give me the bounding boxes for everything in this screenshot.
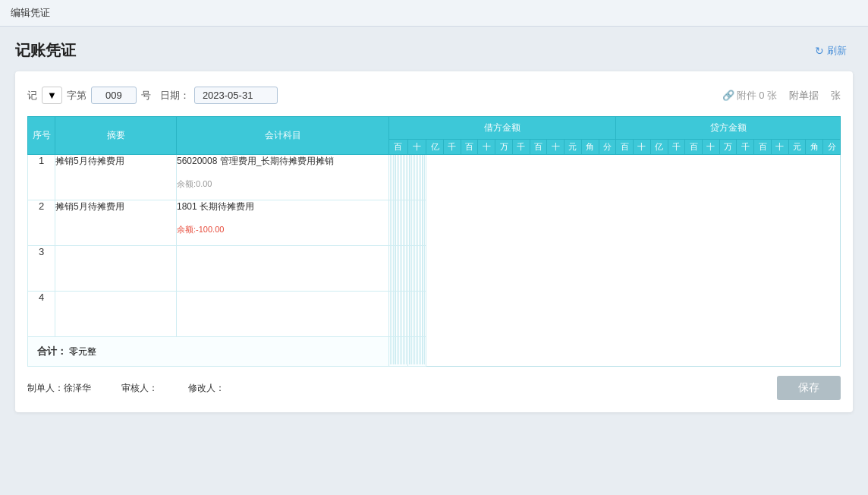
table-row: 1 摊销5月待摊费用 56020008 管理费用_长期待摊费用摊销 余额:0.0… [28, 155, 841, 200]
total-row: 合计： 零元整 [28, 337, 841, 367]
seq-cell: 2 [28, 200, 55, 246]
reviewer-label: 审核人： [121, 383, 158, 393]
refresh-button[interactable]: ↻ 刷新 [809, 41, 853, 61]
table-wrapper: 序号 摘要 会计科目 借方金额 贷方金额 百 十 [27, 116, 841, 367]
main-content: 记账凭证 ↻ 刷新 记 ▼ 字第 号 日期： 🔗 附件 0 张 [0, 27, 868, 494]
window-title-bar: 编辑凭证 [0, 0, 868, 27]
refresh-label: 刷新 [827, 44, 847, 58]
debit-amount-cell[interactable] [389, 200, 408, 246]
summary-cell[interactable] [55, 246, 177, 292]
table-body: 1 摊销5月待摊费用 56020008 管理费用_长期待摊费用摊销 余额:0.0… [28, 155, 841, 367]
table-row: 3 [28, 246, 841, 292]
table-row: 4 [28, 292, 841, 337]
form-row: 记 ▼ 字第 号 日期： 🔗 附件 0 张 附单据 张 [27, 87, 841, 104]
refresh-icon: ↻ [815, 45, 824, 57]
debit-amount-cell[interactable] [389, 292, 408, 337]
credit-d8: 千 [737, 140, 754, 155]
credit-amount-cell[interactable] [407, 155, 426, 200]
debit-d6: 十 [478, 140, 495, 155]
credit-d4: 千 [668, 140, 685, 155]
credit-d9: 百 [754, 140, 772, 155]
credit-amount-cell[interactable] [407, 246, 426, 292]
total-label: 合计： [37, 345, 67, 357]
credit-amount-cell[interactable] [407, 292, 426, 337]
debit-d5: 百 [461, 140, 478, 155]
seq-cell: 4 [28, 292, 55, 337]
total-debit-cell [389, 337, 408, 367]
summary-cell[interactable]: 摊销5月待摊费用 [55, 200, 177, 246]
debit-d9: 百 [530, 140, 547, 155]
debit-amount-cell[interactable] [389, 246, 408, 292]
date-label: 日期： [160, 89, 190, 102]
debit-d1: 百 [389, 140, 408, 155]
save-btn-area: 保存 [777, 376, 841, 400]
creator-name: 徐泽华 [64, 383, 91, 393]
summary-cell[interactable] [55, 292, 177, 337]
account-balance: 余额:0.00 [177, 178, 388, 190]
credit-d2: 十 [634, 140, 651, 155]
debit-d11: 元 [565, 140, 582, 155]
total-amount: 零元整 [69, 346, 96, 357]
table-row: 2 摊销5月待摊费用 1801 长期待摊费用 余额:-100.00 [28, 200, 841, 246]
voucher-number-input[interactable] [91, 87, 137, 104]
editor-label: 修改人： [188, 383, 225, 393]
hao-label: 号 [141, 89, 151, 102]
credit-d10: 十 [771, 140, 788, 155]
debit-d8: 千 [512, 140, 530, 155]
date-input[interactable] [194, 87, 278, 104]
creator-label: 制单人： [27, 383, 64, 393]
debit-d7: 万 [495, 140, 513, 155]
attachment-label: 附件 0 张 [737, 89, 777, 102]
credit-d7: 万 [719, 140, 737, 155]
account-cell[interactable]: 1801 长期待摊费用 余额:-100.00 [177, 200, 389, 246]
credit-d1: 百 [616, 140, 634, 155]
credit-d12: 角 [806, 140, 823, 155]
summary-cell[interactable]: 摊销5月待摊费用 [55, 155, 177, 200]
credit-d6: 十 [703, 140, 720, 155]
voucher-table: 序号 摘要 会计科目 借方金额 贷方金额 百 十 [27, 116, 841, 367]
credit-amount-cell[interactable] [407, 200, 426, 246]
th-account: 会计科目 [177, 117, 389, 155]
dan-ju-label: 附单据 [789, 89, 819, 102]
account-cell[interactable] [177, 246, 389, 292]
debit-d12: 角 [581, 140, 599, 155]
account-code: 1801 长期待摊费用 [177, 200, 388, 213]
account-cell[interactable]: 56020008 管理费用_长期待摊费用摊销 余额:0.00 [177, 155, 389, 200]
date-field: 日期： [160, 87, 278, 104]
zi-di-label: 字第 [67, 89, 86, 102]
account-code: 56020008 管理费用_长期待摊费用摊销 [177, 155, 388, 168]
seq-cell: 3 [28, 246, 55, 292]
attachment-area: 🔗 附件 0 张 附单据 张 [722, 89, 841, 102]
debit-d13: 分 [599, 140, 616, 155]
voucher-type-field: 记 ▼ 字第 号 [27, 87, 151, 104]
total-credit-cell [407, 337, 426, 367]
account-cell[interactable] [177, 292, 389, 337]
credit-d11: 元 [788, 140, 806, 155]
debit-d2: 十 [407, 140, 426, 155]
page-title: 记账凭证 [15, 40, 76, 61]
th-summary: 摘要 [55, 117, 177, 155]
th-seq: 序号 [28, 117, 55, 155]
type-label: 记 [27, 89, 37, 102]
footer-row: 制单人：徐泽华 审核人： 修改人： 保存 [27, 376, 841, 400]
debit-d4: 千 [443, 140, 461, 155]
reviewer-field: 审核人： [121, 382, 158, 395]
creator-field: 制单人：徐泽华 [27, 382, 91, 395]
editor-field: 修改人： [188, 382, 225, 395]
total-label-cell: 合计： 零元整 [28, 337, 389, 367]
voucher-card: 记 ▼ 字第 号 日期： 🔗 附件 0 张 附单据 张 [15, 71, 853, 412]
type-dropdown[interactable]: ▼ [42, 87, 62, 104]
credit-d3: 亿 [650, 140, 668, 155]
save-button[interactable]: 保存 [777, 376, 841, 400]
credit-d13: 分 [823, 140, 841, 155]
attach-icon: 🔗 [722, 90, 734, 101]
debit-amount-cell[interactable] [389, 155, 408, 200]
attachment-link[interactable]: 🔗 附件 0 张 [722, 89, 777, 102]
credit-d5: 百 [685, 140, 703, 155]
th-credit-group: 贷方金额 [616, 117, 841, 140]
zhang-label: 张 [831, 89, 841, 102]
th-debit-group: 借方金额 [389, 117, 616, 140]
debit-d10: 十 [547, 140, 565, 155]
seq-cell: 1 [28, 155, 55, 200]
page-header: 记账凭证 ↻ 刷新 [15, 40, 853, 61]
